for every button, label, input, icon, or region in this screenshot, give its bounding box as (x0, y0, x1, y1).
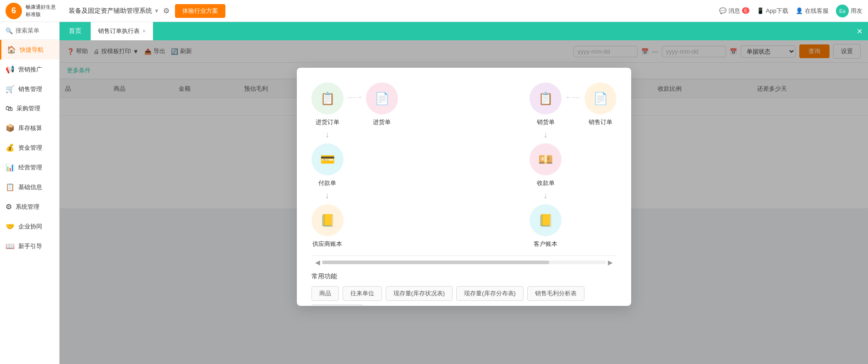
sidebar-item-sales[interactable]: 🛒 销售管理 (0, 79, 59, 99)
purchase-bill-node[interactable]: 📄 进货单 (366, 82, 398, 126)
flow-diagram: 📋 进货订单 ↓ 💳 付款单 (311, 82, 617, 248)
flow-modal: 📋 进货订单 ↓ 💳 付款单 (297, 68, 631, 306)
app-container: 6 畅康通好生意 标准版 装备及固定资产辅助管理系统 ▼ ⚙ 体验行业方案 💬 … (0, 0, 868, 364)
purchase-order-icon: 📋 (311, 82, 344, 114)
sidebar-item-enterprise[interactable]: 🤝 企业协同 (0, 217, 59, 236)
purchase-icon: 🛍 (5, 104, 13, 113)
func-buttons-row-1: 商品 往来单位 现存量(库存状况表) 现存量(库存分布表) 销售毛利分析表 商品… (311, 286, 617, 306)
sales-order-label: 销售订单 (589, 118, 612, 126)
func-btn-goods-profit[interactable]: 商品毛利分析 (311, 304, 363, 306)
scroll-track (322, 261, 606, 264)
purchase-bill-icon: 📄 (366, 82, 398, 114)
sidebar-item-finance[interactable]: 💰 资金管理 (0, 138, 59, 158)
message-icon: 💬 (719, 7, 726, 14)
dropdown-arrow-icon: ▼ (154, 8, 159, 14)
arrow-down-3: ↓ (544, 130, 548, 140)
tab-sales-order-execution[interactable]: 销售订单执行表 × (91, 22, 153, 40)
tab-bar: 首页 销售订单执行表 × ✕ (60, 22, 868, 40)
tab-home[interactable]: 首页 (60, 22, 91, 40)
func-btn-goods[interactable]: 商品 (311, 286, 339, 301)
marketing-icon: 📢 (5, 65, 15, 74)
online-service-button[interactable]: 👤 在线客服 (796, 7, 829, 15)
search-menu-item[interactable]: 🔍 搜索菜单 (0, 22, 59, 40)
logo-area: 6 畅康通好生意 标准版 (5, 3, 65, 19)
supplier-account-label: 供应商账本 (312, 240, 342, 248)
supplier-account-icon: 📒 (311, 204, 344, 236)
sidebar-item-marketing[interactable]: 📢 营销推广 (0, 60, 59, 79)
content-area: 首页 销售订单执行表 × ✕ ❓ 帮助 🖨 (60, 22, 868, 364)
basic-icon: 📋 (5, 183, 15, 191)
modal-overlay: 📋 进货订单 ↓ 💳 付款单 (60, 40, 868, 364)
enterprise-icon: 🤝 (5, 222, 15, 231)
system-title-dropdown[interactable]: 装备及固定资产辅助管理系统 ▼ (65, 7, 159, 15)
arrow-down-2: ↓ (325, 191, 329, 201)
flow-right-col: 📄 销售订单 (584, 82, 617, 126)
top-bar: 6 畅康通好生意 标准版 装备及固定资产辅助管理系统 ▼ ⚙ 体验行业方案 💬 … (0, 0, 868, 22)
app-download-button[interactable]: 📱 App下载 (757, 7, 788, 15)
payment-node[interactable]: 💳 付款单 (311, 143, 344, 187)
supplier-account-node[interactable]: 📒 供应商账本 (311, 204, 344, 248)
func-btn-partner[interactable]: 往来单位 (343, 286, 382, 301)
customer-account-label: 客户账本 (534, 240, 557, 248)
func-btn-stock-status[interactable]: 现存量(库存状况表) (386, 286, 453, 301)
message-badge: 6 (742, 7, 749, 14)
sidebar-item-guide[interactable]: 📖 新手引导 (0, 236, 59, 256)
sidebar-item-purchase[interactable]: 🛍 采购管理 (0, 99, 59, 118)
arrow-h-dashed-1: ·····→ (347, 82, 362, 101)
sales-order-node[interactable]: 📄 销售订单 (584, 82, 617, 126)
sales-bill-node[interactable]: 📋 销货单 (530, 82, 562, 126)
flow-mid-left-col: 📄 进货单 (366, 82, 398, 126)
scroll-bar-area: ◀ ▶ (311, 255, 617, 269)
customer-account-node[interactable]: 📒 客户账本 (530, 204, 562, 248)
guide-icon: 📖 (5, 242, 15, 250)
scroll-left-icon[interactable]: ◀ (315, 259, 320, 266)
sidebar-item-quick-nav[interactable]: 🏠 快捷导航 (0, 40, 59, 60)
common-functions-title: 常用功能 (311, 272, 617, 281)
sales-bill-label: 销货单 (537, 118, 555, 126)
flow-left-col: 📋 进货订单 ↓ 💳 付款单 (311, 82, 344, 248)
func-btn-stock-dist[interactable]: 现存量(库存分布表) (456, 286, 524, 301)
sidebar-item-system[interactable]: ⚙ 系统管理 (0, 197, 59, 217)
func-btn-sales-profit[interactable]: 销售毛利分析表 (527, 286, 584, 301)
logo-text: 畅康通好生意 标准版 (26, 4, 56, 18)
page-content: ❓ 帮助 🖨 按模板打印 ▼ 📤 导出 🔄 刷新 (60, 40, 868, 364)
system-icon: ⚙ (5, 202, 12, 211)
receipt-label: 收款单 (537, 179, 555, 187)
trial-button[interactable]: 体验行业方案 (175, 4, 225, 18)
sales-icon: 🛒 (5, 85, 15, 93)
arrow-down-1: ↓ (325, 130, 329, 140)
service-icon: 👤 (796, 7, 803, 14)
arrow-h-dashed-2: ←····· (565, 82, 580, 101)
message-button[interactable]: 💬 消息 6 (719, 7, 749, 15)
arrow-down-4: ↓ (544, 191, 548, 201)
receipt-node[interactable]: 💴 收款单 (530, 143, 562, 187)
gear-icon[interactable]: ⚙ (163, 6, 169, 15)
flow-mid-right-col: 📋 销货单 ↓ 💴 收款单 (530, 82, 562, 248)
sidebar-item-operation[interactable]: 📊 经营管理 (0, 158, 59, 177)
close-all-tabs-button[interactable]: ✕ (851, 27, 868, 36)
download-icon: 📱 (757, 7, 764, 14)
receipt-icon: 💴 (530, 143, 562, 175)
avatar-text: Ea (836, 5, 849, 17)
purchase-bill-label: 进货单 (373, 118, 391, 126)
user-menu[interactable]: Ea 用友 (836, 5, 863, 17)
scroll-thumb[interactable] (322, 261, 549, 264)
customer-account-icon: 📒 (530, 204, 562, 236)
scroll-right-icon[interactable]: ▶ (608, 259, 613, 266)
purchase-order-node[interactable]: 📋 进货订单 (311, 82, 344, 126)
tab-close-icon[interactable]: × (142, 28, 146, 34)
system-title: 装备及固定资产辅助管理系统 (69, 7, 152, 15)
sidebar: 🔍 搜索菜单 🏠 快捷导航 📢 营销推广 🛒 销售管理 🛍 采购管理 📦 (0, 22, 60, 364)
avatar: Ea (836, 5, 849, 17)
inventory-icon: 📦 (5, 124, 15, 132)
top-right-actions: 💬 消息 6 📱 App下载 👤 在线客服 Ea 用友 (719, 5, 863, 17)
sidebar-item-basic[interactable]: 📋 基础信息 (0, 177, 59, 197)
logo-icon: 6 (5, 3, 22, 19)
sidebar-item-inventory[interactable]: 📦 库存核算 (0, 118, 59, 138)
operation-icon: 📊 (5, 163, 15, 172)
finance-icon: 💰 (5, 143, 15, 152)
purchase-order-label: 进货订单 (316, 118, 339, 126)
payment-icon: 💳 (311, 143, 344, 175)
payment-label: 付款单 (318, 179, 336, 187)
sales-order-icon: 📄 (584, 82, 617, 114)
